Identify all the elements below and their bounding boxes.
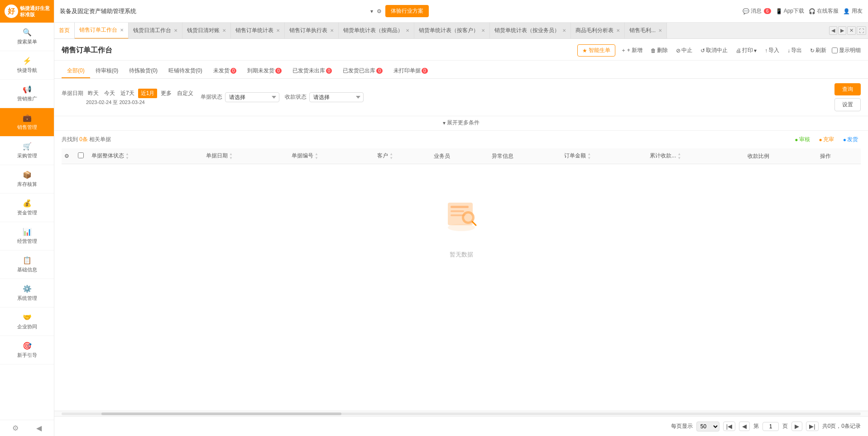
shenhe-btn[interactable]: ● 审核 xyxy=(792,134,812,145)
select-all-checkbox[interactable] xyxy=(78,152,84,158)
sidebar-item-0[interactable]: 🔍搜索菜单 xyxy=(0,23,54,51)
tab-reconcile[interactable]: 钱货日清对账 ✕ xyxy=(182,23,231,39)
sub-tab-pending-review[interactable]: 待审核(0) xyxy=(90,64,124,78)
sub-tab-not-printed[interactable]: 未打印单据0 xyxy=(388,64,433,78)
payment-filter-select[interactable]: 请选择 xyxy=(309,92,364,102)
tab-sales-by-staff[interactable]: 销货单统计表（按业务员） ✕ xyxy=(490,23,571,39)
th-customer[interactable]: 客户▲▼ xyxy=(374,148,431,164)
last7days-option[interactable]: 近7天 xyxy=(119,89,136,98)
system-dropdown-icon[interactable]: ▾ xyxy=(370,8,373,14)
sub-tab-pending-inspect[interactable]: 待拣验货(0) xyxy=(124,64,163,78)
sub-tab-overdue-ship[interactable]: 到期未发货0 xyxy=(242,64,287,78)
sub-tab-not-shipped[interactable]: 未发货0 xyxy=(208,64,242,78)
sidebar: 好 畅捷通好生意 标准版 🔍搜索菜单⚡快捷导航📢营销推广💼销售管理🛒采购管理📦库… xyxy=(0,0,54,436)
page-prev-btn[interactable]: ◀ xyxy=(739,422,750,431)
tab-sales-by-customer[interactable]: 销货单统计表（按客户） ✕ xyxy=(414,23,490,39)
show-detail-input[interactable] xyxy=(832,47,838,53)
th-number[interactable]: 单据编号▲▼ xyxy=(289,148,374,164)
th-date[interactable]: 单据日期▲▼ xyxy=(203,148,289,164)
tab-close-daily-clear[interactable]: ✕ xyxy=(174,28,177,33)
sub-tab-shipped-out[interactable]: 已发货已出库0 xyxy=(337,64,388,78)
status-filter-select[interactable]: 请选择 xyxy=(225,92,279,102)
cancel-stop-btn[interactable]: ↺ 取消中止 xyxy=(698,45,730,56)
tab-margin-analysis[interactable]: 商品毛利分析表 ✕ xyxy=(571,23,625,39)
export-btn[interactable]: ↓ 导出 xyxy=(785,45,805,56)
message-icon: 💬 xyxy=(743,8,749,14)
page-number-input[interactable] xyxy=(762,422,779,431)
import-btn[interactable]: ↑ 导入 xyxy=(762,45,782,56)
sub-tab-all[interactable]: 全部(0) xyxy=(62,64,90,78)
refresh-btn[interactable]: ↻ 刷新 xyxy=(807,45,829,56)
per-page-select[interactable]: 50 10 20 100 xyxy=(696,422,719,431)
more-date-option[interactable]: 更多 xyxy=(159,89,173,98)
settings-bottom-icon[interactable]: ⚙ xyxy=(12,424,19,432)
add-btn[interactable]: ＋ + 新增 xyxy=(618,45,645,56)
horizontal-scrollbar[interactable] xyxy=(54,411,868,416)
tab-sales-by-product[interactable]: 销货单统计表（按商品） ✕ xyxy=(339,23,414,39)
sidebar-item-2[interactable]: 📢营销推广 xyxy=(0,80,54,108)
user-area[interactable]: 👤 用友 xyxy=(843,7,863,15)
th-overall-status[interactable]: 单据整体状态▲▼ xyxy=(89,148,203,164)
page-last-btn[interactable]: ▶| xyxy=(806,422,818,431)
collapse-sidebar-icon[interactable]: ◀ xyxy=(36,424,42,432)
tab-close-sales-product[interactable]: ✕ xyxy=(406,28,409,33)
sidebar-item-10[interactable]: 🤝企业协同 xyxy=(0,308,54,336)
th-checkbox[interactable] xyxy=(75,148,89,164)
tab-close-sales-staff[interactable]: ✕ xyxy=(562,28,566,33)
yesterday-option[interactable]: 昨天 xyxy=(86,89,101,98)
show-detail-checkbox[interactable]: 显示明细 xyxy=(832,47,861,54)
expand-more-btn[interactable]: ▾ 展开更多条件 xyxy=(443,119,480,127)
industry-btn[interactable]: 体验行业方案 xyxy=(385,5,429,17)
sidebar-item-4[interactable]: 🛒采购管理 xyxy=(0,137,54,165)
tab-close-order-exec[interactable]: ✕ xyxy=(330,28,334,33)
sidebar-item-label-10: 企业协同 xyxy=(17,323,37,330)
online-service-btn[interactable]: 🎧 在线客服 xyxy=(809,7,839,15)
query-btn[interactable]: 查询 xyxy=(834,83,861,95)
delete-btn[interactable]: 🗑 删除 xyxy=(648,45,671,56)
app-download-btn[interactable]: 📱 App下载 xyxy=(776,7,804,15)
settings-icon-btn[interactable]: ⚙ xyxy=(377,8,382,14)
tab-home[interactable]: 首页 xyxy=(54,23,75,39)
sidebar-item-9[interactable]: ⚙️系统管理 xyxy=(0,279,54,308)
sidebar-item-6[interactable]: 💰资金管理 xyxy=(0,194,54,222)
tab-sales-margin[interactable]: 销售毛利... ✕ xyxy=(625,23,667,39)
tab-close-order-stats[interactable]: ✕ xyxy=(276,28,280,33)
page-first-btn[interactable]: |◀ xyxy=(723,422,735,431)
custom-date-option[interactable]: 自定义 xyxy=(175,89,195,98)
fahuo-btn[interactable]: ● 发货 xyxy=(840,134,861,145)
sidebar-item-1[interactable]: ⚡快捷导航 xyxy=(0,51,54,80)
page-next-btn[interactable]: ▶ xyxy=(791,422,802,431)
sidebar-item-11[interactable]: 🎯新手引导 xyxy=(0,336,54,365)
fenshen-btn[interactable]: ● 充审 xyxy=(816,134,837,145)
message-btn[interactable]: 💬 消息 6 xyxy=(743,7,771,15)
sidebar-item-8[interactable]: 📋基础信息 xyxy=(0,251,54,279)
tab-close-sales-margin[interactable]: ✕ xyxy=(658,28,662,33)
tab-order-stats[interactable]: 销售订单统计表 ✕ xyxy=(231,23,285,39)
tab-close-sales-customer[interactable]: ✕ xyxy=(481,28,485,33)
smart-generate-btn[interactable]: ★ 智能生单 xyxy=(577,44,615,57)
th-settings[interactable]: ⚙ xyxy=(62,148,75,164)
sub-tab-shipped-not-out[interactable]: 已发货未出库0 xyxy=(287,64,338,78)
tab-daily-clear[interactable]: 钱货日清工作台 ✕ xyxy=(129,23,182,39)
tab-order-exec[interactable]: 销售订单执行表 ✕ xyxy=(285,23,339,39)
scroll-thumb[interactable] xyxy=(101,412,341,415)
tab-fullscreen-btn[interactable]: ⛶ xyxy=(857,26,866,35)
th-cumulative[interactable]: 累计收款...▲▼ xyxy=(647,148,745,164)
tab-close-margin[interactable]: ✕ xyxy=(616,28,620,33)
print-btn[interactable]: 🖨 打印 ▾ xyxy=(733,45,759,56)
sidebar-item-7[interactable]: 📊经营管理 xyxy=(0,222,54,251)
filter-settings-btn[interactable]: 设置 xyxy=(834,98,861,111)
sidebar-item-3[interactable]: 💼销售管理 xyxy=(0,108,54,137)
tab-close-all-btn[interactable]: ✕ xyxy=(847,26,856,35)
sub-tab-wangpu-pending[interactable]: 旺铺待发货(0) xyxy=(163,64,208,78)
last-month-option[interactable]: 近1月 xyxy=(138,89,158,98)
tab-next-btn[interactable]: ▶ xyxy=(838,26,846,35)
stop-btn[interactable]: ⊘ 中止 xyxy=(673,45,695,56)
today-option[interactable]: 今天 xyxy=(102,89,117,98)
th-amount[interactable]: 订单金额▲▼ xyxy=(561,148,647,164)
tab-prev-btn[interactable]: ◀ xyxy=(829,26,837,35)
sidebar-item-5[interactable]: 📦库存核算 xyxy=(0,165,54,194)
tab-close-reconcile[interactable]: ✕ xyxy=(222,28,226,33)
tab-sales-workbench[interactable]: 销售订单工作台 ✕ xyxy=(75,23,129,39)
tab-close-sales-workbench[interactable]: ✕ xyxy=(120,28,124,33)
